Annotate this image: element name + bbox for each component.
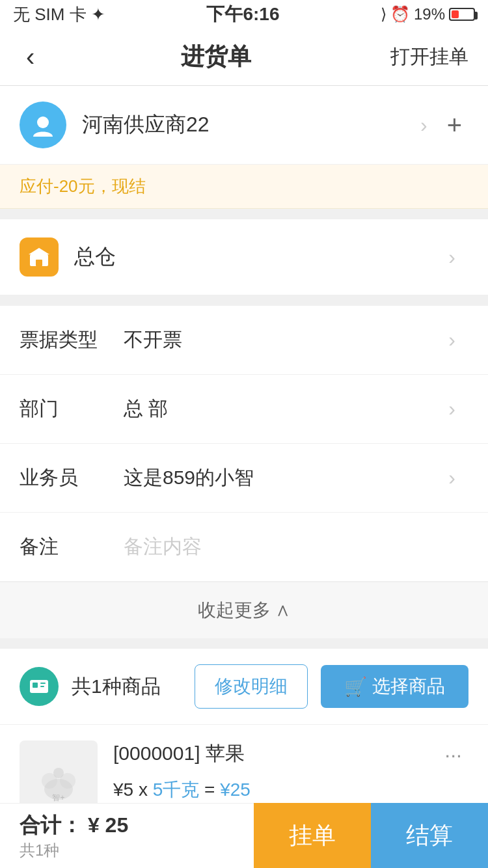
supplier-chevron-icon: ›: [420, 113, 427, 137]
salesperson-chevron-icon: ›: [448, 466, 455, 490]
form-section: 票据类型 不开票 › 部门 总 部 › 业务员 这是859的小智 › 备注 备注…: [0, 306, 488, 638]
product-price: ¥5 x 5千克 = ¥25: [113, 778, 438, 802]
product-info: [0000001] 苹果 ¥5 x 5千克 = ¥25: [113, 740, 438, 802]
back-button[interactable]: ‹: [20, 36, 41, 78]
supplier-notice: 应付-20元，现结: [0, 165, 488, 209]
location-icon: ⟩: [381, 5, 386, 23]
warehouse-row[interactable]: 总仓 ›: [0, 219, 488, 295]
select-product-button[interactable]: 🛒 选择商品: [321, 665, 468, 708]
products-count: 共1种商品: [72, 673, 195, 700]
product-name: [0000001] 苹果: [113, 740, 438, 767]
status-right: ⟩ ⏰ 19%: [381, 5, 475, 23]
hold-button[interactable]: 挂单: [254, 803, 371, 868]
svg-point-0: [37, 116, 49, 128]
remark-label: 备注: [20, 534, 124, 560]
bottom-bar: 合计： ¥ 25 共1种 挂单 结算: [0, 803, 488, 868]
status-left: 无 SIM 卡 ✦: [13, 3, 105, 26]
warehouse-name: 总仓: [74, 243, 448, 271]
status-bar: 无 SIM 卡 ✦ 下午6:16 ⟩ ⏰ 19%: [0, 0, 488, 29]
svg-point-11: [60, 773, 75, 789]
remark-row[interactable]: 备注 备注内容: [0, 513, 488, 582]
svg-rect-5: [33, 683, 38, 688]
supplier-avatar: [20, 102, 66, 148]
invoice-type-value: 不开票: [124, 327, 448, 353]
supplier-section: 河南供应商22 › + 应付-20元，现结: [0, 86, 488, 209]
products-header: 共1种商品 修改明细 🛒 选择商品: [0, 649, 488, 725]
edit-detail-button[interactable]: 修改明细: [195, 664, 308, 709]
nav-bar: ‹ 进货单 打开挂单: [0, 29, 488, 86]
total-section: 合计： ¥ 25 共1种: [0, 803, 254, 868]
warehouse-chevron-icon: ›: [448, 245, 455, 269]
svg-point-10: [42, 773, 57, 789]
total-amount: 合计： ¥ 25: [20, 811, 234, 840]
remark-input[interactable]: 备注内容: [124, 534, 468, 560]
products-icon: [20, 667, 59, 706]
invoice-type-chevron-icon: ›: [448, 328, 455, 352]
checkout-button[interactable]: 结算: [371, 803, 488, 868]
status-time: 下午6:16: [206, 2, 279, 27]
invoice-type-label: 票据类型: [20, 327, 124, 353]
alarm-icon: ⏰: [390, 5, 410, 23]
salesperson-label: 业务员: [20, 465, 124, 491]
open-hold-button[interactable]: 打开挂单: [390, 44, 468, 70]
department-value: 总 部: [124, 396, 448, 422]
supplier-row[interactable]: 河南供应商22 › +: [0, 86, 488, 165]
sim-status: 无 SIM 卡 ✦: [13, 3, 105, 26]
main-content: 河南供应商22 › + 应付-20元，现结 总仓 › 票据类型 不开票 ›: [0, 86, 488, 868]
collapse-button[interactable]: 收起更多 ∧: [0, 582, 488, 638]
warehouse-icon: [20, 237, 59, 277]
svg-marker-2: [29, 248, 49, 254]
department-label: 部门: [20, 396, 124, 422]
product-more-button[interactable]: ···: [438, 740, 468, 770]
warehouse-section: 总仓 ›: [0, 219, 488, 295]
cart-icon: 🛒: [344, 676, 367, 698]
page-title: 进货单: [181, 41, 251, 73]
battery-icon: [449, 8, 475, 21]
svg-text:智+: 智+: [52, 793, 64, 802]
department-chevron-icon: ›: [448, 397, 455, 421]
salesperson-value: 这是859的小智: [124, 465, 448, 491]
department-row[interactable]: 部门 总 部 ›: [0, 375, 488, 444]
supplier-name: 河南供应商22: [82, 111, 420, 139]
add-button[interactable]: +: [441, 108, 468, 142]
svg-rect-6: [40, 683, 46, 684]
salesperson-row[interactable]: 业务员 这是859的小智 ›: [0, 444, 488, 513]
total-count: 共1种: [20, 840, 234, 861]
svg-rect-3: [36, 260, 42, 266]
svg-rect-7: [40, 686, 44, 687]
battery-percent: 19%: [414, 5, 445, 23]
invoice-type-row[interactable]: 票据类型 不开票 ›: [0, 306, 488, 375]
